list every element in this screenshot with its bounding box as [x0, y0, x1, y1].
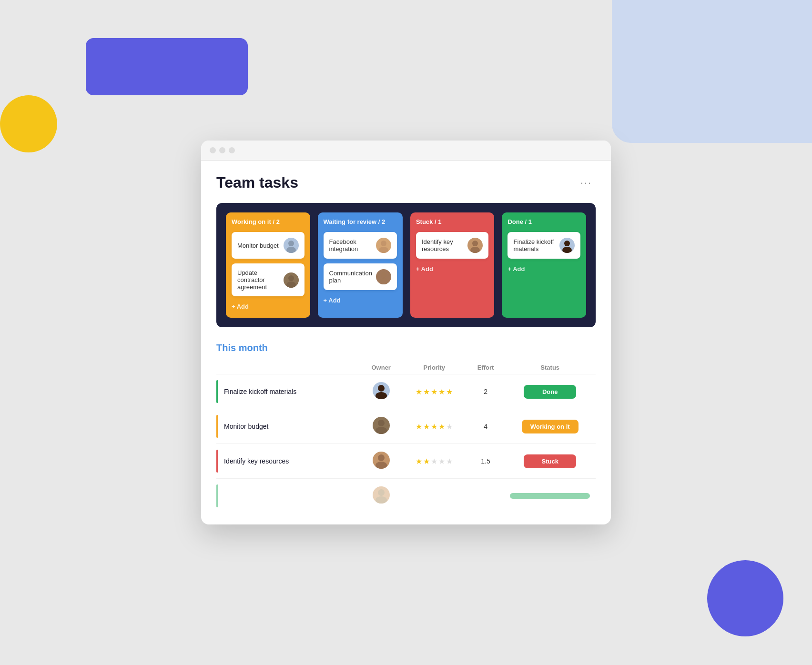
owner-avatar-row-monitor: [373, 417, 390, 434]
add-button-waiting-for-review[interactable]: + Add: [324, 295, 397, 306]
star-3: ★: [431, 457, 437, 466]
kanban-column-waiting-for-review: Waiting for review / 2 Facebook integrat…: [318, 212, 403, 318]
kanban-column-working-on-it: Working on it / 2 Monitor budget Update …: [226, 212, 310, 318]
effort-value-row-monitor: 4: [484, 423, 487, 430]
priority-stars: ★★★★★: [416, 457, 453, 466]
svg-point-10: [564, 241, 570, 246]
table-row-row-identify[interactable]: Identify key resources ★★★★★ 1.5 Stuck: [216, 444, 596, 479]
star-1: ★: [416, 387, 422, 396]
priority-stars: ★★★★★: [416, 387, 453, 396]
kanban-card-comm-plan[interactable]: Communication plan: [324, 263, 397, 290]
card-text-finalize: Finalize kickoff materials: [513, 238, 556, 252]
svg-point-6: [381, 272, 386, 278]
avatar-contractor: [284, 272, 299, 288]
table-body: Finalize kickoff materials ★★★★★ 2 Done …: [216, 374, 596, 514]
row-indicator: [216, 450, 218, 473]
task-name-row-monitor: Monitor budget: [224, 423, 268, 430]
card-text-monitor-budget: Monitor budget: [237, 242, 280, 249]
card-text-contractor: Update contractor agreement: [237, 269, 280, 291]
star-4: ★: [438, 422, 445, 431]
avatar-monitor-budget: [284, 238, 299, 253]
svg-point-2: [288, 275, 294, 281]
star-3: ★: [431, 387, 437, 396]
page-title: Team tasks: [216, 174, 298, 191]
column-header-stuck: Stuck / 1: [416, 218, 489, 225]
svg-point-8: [472, 241, 478, 246]
star-2: ★: [423, 387, 430, 396]
window-chrome: [201, 141, 611, 161]
star-5: ★: [446, 422, 453, 431]
avatar-comm-plan: [376, 269, 391, 284]
task-name-row-finalize: Finalize kickoff materials: [224, 388, 296, 395]
priority-stars: ★★★★★: [416, 422, 453, 431]
status-badge-row-finalize: Done: [524, 385, 576, 399]
chrome-dot-yellow: [219, 147, 225, 153]
star-5: ★: [446, 457, 453, 466]
kanban-card-contractor[interactable]: Update contractor agreement: [232, 263, 304, 296]
kanban-card-identify[interactable]: Identify key resources: [416, 232, 489, 259]
star-1: ★: [416, 422, 422, 431]
svg-point-0: [288, 241, 294, 246]
kanban-card-monitor-budget[interactable]: Monitor budget: [232, 232, 304, 259]
col-header-effort: Effort: [467, 361, 505, 374]
row-indicator: [216, 415, 218, 438]
svg-point-13: [376, 392, 387, 399]
owner-avatar-row-finalize: [373, 382, 390, 399]
svg-point-12: [378, 385, 385, 392]
svg-point-5: [379, 247, 388, 253]
table-row-row-finalize[interactable]: Finalize kickoff materials ★★★★★ 2 Done: [216, 374, 596, 409]
row-indicator: [216, 380, 218, 403]
svg-point-11: [562, 247, 572, 253]
kanban-column-stuck: Stuck / 1 Identify key resources + Add: [410, 212, 495, 318]
purple-bar-bg-shape: [86, 38, 248, 95]
table-row-partial: [216, 479, 596, 514]
app-window: Team tasks ··· Working on it / 2 Monitor…: [201, 141, 611, 524]
star-4: ★: [438, 457, 445, 466]
yellow-circle-bg-shape: [0, 95, 57, 152]
svg-point-3: [286, 282, 296, 288]
card-text-comm-plan: Communication plan: [329, 270, 372, 284]
svg-point-9: [470, 247, 480, 253]
window-body: Team tasks ··· Working on it / 2 Monitor…: [201, 161, 611, 524]
purple-circle-bg-shape: [707, 560, 783, 636]
kanban-column-done: Done / 1 Finalize kickoff materials + Ad…: [502, 212, 586, 318]
svg-point-18: [378, 489, 385, 496]
star-1: ★: [416, 457, 422, 466]
blue-rect-bg-shape: [612, 0, 812, 143]
avatar-identify: [467, 238, 483, 253]
card-text-identify: Identify key resources: [422, 238, 464, 252]
add-button-stuck[interactable]: + Add: [416, 263, 489, 274]
svg-point-19: [376, 496, 387, 504]
table-row-row-monitor[interactable]: Monitor budget ★★★★★ 4 Working on it: [216, 409, 596, 444]
more-options-button[interactable]: ···: [577, 175, 596, 191]
effort-value-row-finalize: 2: [484, 388, 487, 395]
table-wrapper: Owner Priority Effort Status Finalize ki…: [216, 361, 596, 513]
status-badge-row-identify: Stuck: [524, 454, 576, 468]
avatar-finalize: [559, 238, 575, 253]
avatar-facebook: [376, 238, 391, 253]
card-text-facebook: Facebook integration: [329, 238, 372, 252]
kanban-card-facebook[interactable]: Facebook integration: [324, 232, 397, 259]
table-section: This month Owner Priority Effort Status: [216, 343, 596, 524]
task-name-row-identify: Identify key resources: [224, 457, 289, 465]
col-header-priority: Priority: [402, 361, 467, 374]
star-2: ★: [423, 422, 430, 431]
status-badge-row-monitor: Working on it: [522, 420, 579, 433]
kanban-card-finalize[interactable]: Finalize kickoff materials: [508, 232, 580, 259]
task-table: Owner Priority Effort Status Finalize ki…: [216, 361, 596, 513]
page-header: Team tasks ···: [216, 174, 596, 191]
chrome-dot-green: [229, 147, 235, 153]
owner-avatar-row-identify: [373, 452, 390, 469]
col-header-task: [216, 361, 360, 374]
star-4: ★: [438, 387, 445, 396]
svg-point-1: [286, 247, 296, 253]
col-header-status: Status: [504, 361, 596, 374]
svg-point-4: [381, 241, 386, 246]
add-button-working-on-it[interactable]: + Add: [232, 301, 304, 312]
add-button-done[interactable]: + Add: [508, 263, 580, 274]
effort-value-row-identify: 1.5: [481, 457, 490, 465]
svg-point-15: [376, 427, 387, 434]
svg-point-7: [379, 278, 388, 284]
column-header-waiting-for-review: Waiting for review / 2: [324, 218, 397, 225]
star-2: ★: [423, 457, 430, 466]
